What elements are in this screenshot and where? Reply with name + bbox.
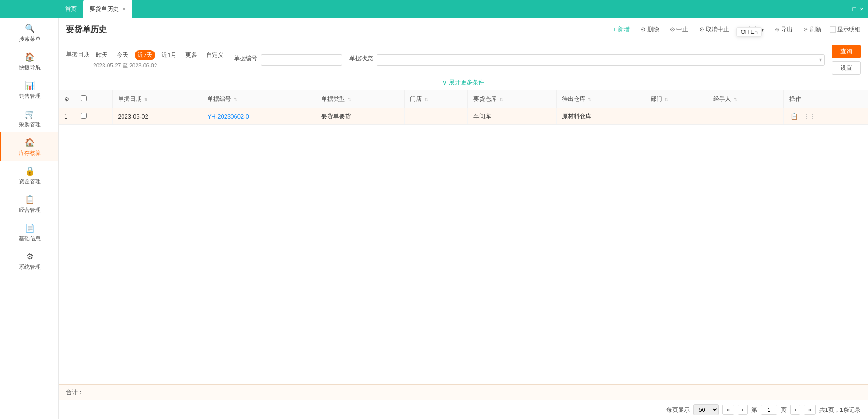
per-page-select[interactable]: 50 10 20 100 (693, 404, 719, 415)
more-icon[interactable]: ⋮⋮ (802, 112, 817, 121)
refresh-button[interactable]: ⊙ 刷新 (801, 24, 824, 35)
sidebar-item-basics-label: 基础信息 (19, 235, 41, 243)
sidebar-item-basics[interactable]: 📄 基础信息 (0, 218, 58, 246)
top-bar: 首页 要货单历史 × — □ × (0, 0, 868, 18)
col-doctype: 单据类型 ⇅ (316, 90, 405, 108)
refresh-button-label: ⊙ 刷新 (803, 25, 821, 33)
col-docnum-sort-icon[interactable]: ⇅ (234, 97, 237, 102)
col-handler-sort-icon[interactable]: ⇅ (734, 97, 737, 102)
sidebar-item-system[interactable]: ⚙ 系统管理 (0, 246, 58, 275)
new-button-label: + 新增 (613, 25, 630, 33)
col-doctype-sort-icon[interactable]: ⇅ (348, 97, 351, 102)
delete-button-label: ⊘ 删除 (641, 25, 659, 33)
date-filter-group: 单据日期 昨天 今天 近7天 近1月 更多 自定义 2023-05-27 至 2… (66, 50, 226, 70)
finance-icon: 🔒 (25, 166, 35, 176)
col-checkbox (75, 90, 113, 108)
sidebar-item-sales[interactable]: 📊 销售管理 (0, 75, 58, 104)
search-actions: 查询 设置 (832, 45, 861, 75)
date-option-yesterday[interactable]: 昨天 (93, 50, 110, 60)
col-handler: 经手人 ⇅ (708, 90, 784, 108)
col-department: 部门 ⇅ (645, 90, 708, 108)
sidebar-item-search-label: 搜索菜单 (19, 35, 41, 43)
search-icon: 🔍 (25, 24, 35, 33)
sidebar-item-operations[interactable]: 📋 经营管理 (0, 189, 58, 218)
status-select-wrapper (377, 54, 825, 66)
page-input[interactable] (761, 405, 777, 415)
sidebar-item-finance[interactable]: 🔒 资金管理 (0, 161, 58, 189)
edit-icon[interactable]: 📋 (789, 112, 799, 121)
last-page-button[interactable]: » (804, 405, 815, 415)
page-title: 要货单历史 (66, 24, 610, 35)
stop-button[interactable]: ⊘ 中止 (667, 24, 691, 35)
main-layout: 🔍 搜索菜单 🏠 快捷导航 📊 销售管理 🛒 采购管理 🏠 库存核算 🔒 资金管… (0, 18, 868, 419)
docnum-link[interactable]: YH-20230602-0 (208, 113, 249, 120)
maximize-button[interactable]: □ (852, 5, 856, 13)
purchase-icon: 🛒 (25, 109, 35, 119)
main-table: ⚙ 单据日期 ⇅ 单据编号 ⇅ (59, 90, 868, 125)
cell-index: 1 (59, 108, 75, 125)
new-button[interactable]: + 新增 (610, 24, 632, 35)
col-warehouse: 要货仓库 ⇅ (467, 90, 556, 108)
col-department-sort-icon[interactable]: ⇅ (665, 97, 668, 102)
next-page-button[interactable]: › (790, 405, 800, 415)
often-badge-text: OfTEn (741, 29, 758, 35)
sidebar-item-purchase[interactable]: 🛒 采购管理 (0, 104, 58, 132)
row-actions: 📋 ⋮⋮ (789, 112, 862, 121)
filter-area: 单据日期 昨天 今天 近7天 近1月 更多 自定义 2023-05-27 至 2… (59, 39, 868, 90)
col-store-sort-icon[interactable]: ⇅ (425, 97, 428, 102)
expand-more-button[interactable]: ∨ 展开更多条件 (66, 78, 861, 86)
docnum-input[interactable] (261, 54, 342, 66)
date-option-1month[interactable]: 近1月 (159, 50, 179, 60)
col-pending-warehouse-label: 待出仓库 (562, 95, 585, 102)
col-date: 单据日期 ⇅ (113, 90, 202, 108)
basics-icon: 📄 (25, 223, 35, 233)
date-option-more[interactable]: 更多 (183, 50, 200, 60)
content-area: 要货单历史 + 新增 ⊘ 删除 ⊘ 中止 ⊘ 取消中止 🖨 打印 ▾ (59, 18, 868, 419)
tab-purchase-history-label: 要货单历史 (90, 5, 119, 13)
tab-purchase-history[interactable]: 要货单历史 × (83, 0, 132, 18)
date-option-7days[interactable]: 近7天 (135, 50, 155, 60)
sidebar-item-nav[interactable]: 🏠 快捷导航 (0, 47, 58, 75)
minimize-button[interactable]: — (842, 5, 849, 13)
date-filter-col: 昨天 今天 近7天 近1月 更多 自定义 2023-05-27 至 2023-0… (93, 50, 226, 70)
col-date-sort-icon[interactable]: ⇅ (144, 97, 148, 102)
first-page-button[interactable]: « (722, 405, 734, 415)
sidebar-item-search[interactable]: 🔍 搜索菜单 (0, 18, 58, 47)
col-warehouse-sort-icon[interactable]: ⇅ (500, 97, 503, 102)
tab-home[interactable]: 首页 (59, 0, 83, 18)
status-select[interactable] (377, 54, 825, 66)
cancel-stop-button[interactable]: ⊘ 取消中止 (697, 24, 732, 35)
footer-summary: 合计： (59, 384, 868, 400)
prev-page-button[interactable]: ‹ (738, 405, 748, 415)
col-pending-warehouse-sort-icon[interactable]: ⇅ (588, 97, 591, 102)
tab-close-icon[interactable]: × (123, 6, 126, 12)
per-page-label: 每页显示 (666, 406, 690, 414)
select-all-checkbox[interactable] (81, 95, 87, 101)
display-detail-button[interactable]: 显示明细 (830, 25, 861, 33)
system-icon: ⚙ (26, 252, 33, 262)
cell-checkbox (75, 108, 113, 125)
page-label: 第 (751, 406, 757, 414)
settings-icon[interactable]: ⚙ (64, 96, 70, 103)
date-option-today[interactable]: 今天 (114, 50, 131, 60)
row-checkbox[interactable] (81, 113, 87, 119)
inventory-icon: 🏠 (25, 138, 35, 148)
date-option-custom[interactable]: 自定义 (203, 50, 226, 60)
col-store: 门店 ⇅ (405, 90, 468, 108)
settings-button[interactable]: 设置 (832, 61, 861, 75)
sidebar: 🔍 搜索菜单 🏠 快捷导航 📊 销售管理 🛒 采购管理 🏠 库存核算 🔒 资金管… (0, 18, 59, 419)
docnum-filter-group: 单据编号 (234, 54, 342, 66)
sidebar-item-inventory[interactable]: 🏠 库存核算 (0, 132, 58, 161)
search-button[interactable]: 查询 (832, 45, 861, 58)
col-actions-label: 操作 (789, 95, 801, 102)
export-button[interactable]: ⊕ 导出 (772, 24, 796, 35)
display-detail-checkbox[interactable] (830, 26, 836, 33)
window-close-button[interactable]: × (860, 5, 863, 13)
table-header-row: ⚙ 单据日期 ⇅ 单据编号 ⇅ (59, 90, 868, 108)
col-handler-label: 经手人 (713, 95, 731, 102)
sidebar-item-sales-label: 销售管理 (19, 92, 41, 100)
delete-button[interactable]: ⊘ 删除 (638, 24, 662, 35)
total-info: 共1页，1条记录 (819, 406, 861, 414)
docnum-filter-label: 单据编号 (234, 54, 257, 62)
sidebar-item-finance-label: 资金管理 (19, 178, 41, 186)
